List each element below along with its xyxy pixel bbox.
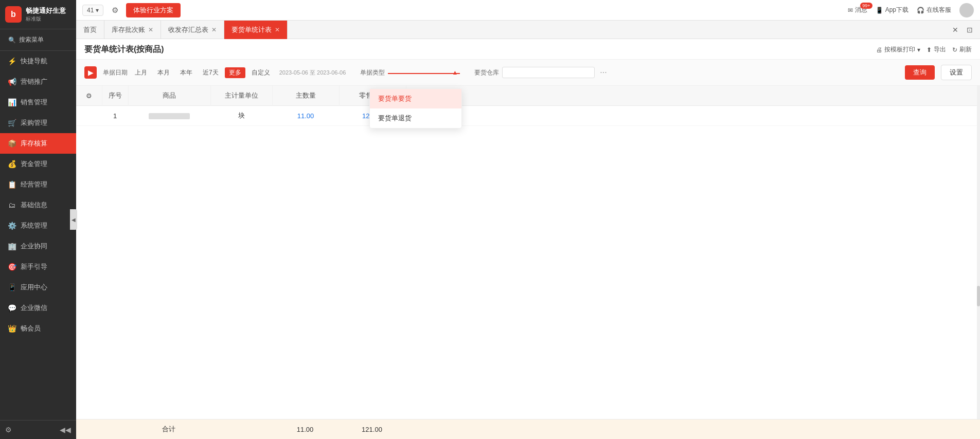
- tab-close-inventory-batch[interactable]: ✕: [148, 26, 153, 33]
- sidebar-item-inventory[interactable]: 📦 库存核算: [0, 133, 76, 154]
- guide-icon: 🎯: [7, 262, 16, 271]
- warehouse-filter-group: 要货仓库 ···: [474, 67, 899, 78]
- table-header-row: ⚙ 序号 商品 主计量单位 主数量 零售金额: [76, 86, 980, 106]
- row-qty-cell: 11.00: [272, 106, 339, 126]
- warehouse-label: 要货仓库: [474, 68, 499, 77]
- tab-close-order-stats[interactable]: ✕: [275, 26, 280, 33]
- warehouse-input[interactable]: [502, 67, 595, 78]
- wechat-icon: 💬: [7, 303, 16, 313]
- dropdown-item-return[interactable]: 要货单退货: [370, 108, 461, 128]
- sidebar-item-app-center[interactable]: 📱 应用中心: [0, 277, 76, 298]
- this-year-button[interactable]: 本年: [176, 67, 197, 78]
- purchase-icon: 🛒: [7, 118, 16, 127]
- page-actions: 🖨 按模板打印 ▾ ⬆ 导出 ↻ 刷新: [876, 45, 972, 54]
- collapse-sidebar-button[interactable]: ◀◀: [60, 426, 71, 434]
- tab-close-receive-summary[interactable]: ✕: [211, 26, 217, 33]
- filter-expand-button[interactable]: ▶: [84, 66, 97, 79]
- member-icon: 👑: [7, 324, 16, 333]
- printer-icon: 🖨: [876, 46, 882, 53]
- more-filters-button[interactable]: ···: [600, 68, 607, 77]
- inventory-icon: 📦: [7, 139, 16, 148]
- export-button[interactable]: ⬆ 导出: [926, 45, 946, 54]
- sidebar-collapse-handle[interactable]: ◀: [70, 209, 77, 230]
- tab-home[interactable]: 首页: [76, 21, 104, 39]
- sidebar-item-sales[interactable]: 📊 销售管理: [0, 92, 76, 113]
- tab-order-stats[interactable]: 要货单统计表 ✕: [224, 21, 288, 39]
- operation-icon: 📋: [7, 180, 16, 189]
- app-download-button[interactable]: 📱 App下载: [876, 6, 908, 14]
- row-settings-cell: [76, 106, 102, 126]
- table-footer: 合计 11.00 121.00: [76, 419, 980, 439]
- column-settings[interactable]: ⚙: [76, 86, 102, 106]
- vertical-scrollbar[interactable]: [977, 86, 980, 419]
- sidebar-item-basics[interactable]: 🗂 基础信息: [0, 195, 76, 215]
- sidebar-item-wechat[interactable]: 💬 企业微信: [0, 298, 76, 318]
- search-menu-button[interactable]: 🔍 搜索菜单: [5, 33, 71, 46]
- industry-plan-button[interactable]: 体验行业方案: [126, 3, 181, 17]
- footer-amount-cell: 121.00: [338, 426, 405, 433]
- table-container: ⚙ 序号 商品 主计量单位 主数量 零售金额 1: [76, 86, 980, 419]
- app-center-icon: 📱: [7, 283, 16, 292]
- sidebar-item-operation[interactable]: 📋 经营管理: [0, 174, 76, 195]
- user-avatar[interactable]: [959, 3, 974, 17]
- custom-date-button[interactable]: 自定义: [247, 67, 274, 78]
- refresh-button[interactable]: ↻ 刷新: [952, 45, 972, 54]
- this-month-button[interactable]: 本月: [153, 67, 174, 78]
- type-select[interactable]: [388, 71, 460, 74]
- dropdown-item-order[interactable]: 要货单要货: [370, 89, 461, 108]
- tab-bar: 首页 库存批次账 ✕ 收发存汇总表 ✕ 要货单统计表 ✕ ✕ ⊡: [76, 21, 980, 39]
- page-body: 要货单统计表(按商品) 🖨 按模板打印 ▾ ⬆ 导出 ↻ 刷新: [76, 39, 980, 439]
- type-label: 单据类型: [360, 68, 385, 77]
- header-settings-button[interactable]: ⚙: [108, 3, 122, 17]
- filter-settings-button[interactable]: 设置: [941, 65, 972, 80]
- sidebar-item-quick-nav[interactable]: ⚡ 快捷导航: [0, 51, 76, 71]
- tab-inventory-batch[interactable]: 库存批次账 ✕: [104, 21, 161, 39]
- chevron-right-icon: ▶: [88, 68, 94, 77]
- scrollbar-thumb[interactable]: [977, 286, 980, 306]
- last-7-days-button[interactable]: 近7天: [199, 67, 223, 78]
- sidebar-item-purchase[interactable]: 🛒 采购管理: [0, 113, 76, 133]
- settings-footer-button[interactable]: ⚙: [5, 426, 12, 434]
- main-content: 41 ▾ ⚙ 体验行业方案 ✉ 消息 99+ 📱 App下载 🎧 在线客服: [76, 0, 980, 439]
- sidebar-item-enterprise[interactable]: 🏢 企业协同: [0, 236, 76, 257]
- app-logo-icon: b: [5, 6, 22, 23]
- sidebar-item-marketing[interactable]: 📢 营销推广: [0, 71, 76, 92]
- date-filter-group: 单据日期 上月 本月 本年 近7天 更多 自定义 2023-05-06 至 20…: [103, 67, 346, 78]
- store-selector[interactable]: 41 ▾: [82, 5, 103, 16]
- tab-window-controls: ✕ ⊡: [949, 24, 980, 36]
- tab-receive-summary[interactable]: 收发存汇总表 ✕: [161, 21, 224, 39]
- sidebar-item-system[interactable]: ⚙️ 系统管理: [0, 215, 76, 236]
- column-goods: 商品: [128, 86, 210, 106]
- sidebar: b 畅捷通好生意 标准版 🔍 搜索菜单 ⚡ 快捷导航 📢 营销推广 📊 销售管理…: [0, 0, 76, 439]
- basics-icon: 🗂: [7, 200, 16, 210]
- search-icon: 🔍: [8, 36, 16, 44]
- print-template-button[interactable]: 🖨 按模板打印 ▾: [876, 45, 920, 54]
- sidebar-item-guide[interactable]: 🎯 新手引导: [0, 257, 76, 277]
- sidebar-item-member[interactable]: 👑 畅会员: [0, 318, 76, 339]
- query-button[interactable]: 查询: [905, 65, 935, 80]
- window-close-button[interactable]: ✕: [949, 24, 961, 36]
- sidebar-item-finance[interactable]: 💰 资金管理: [0, 154, 76, 174]
- row-goods-cell: [128, 106, 210, 126]
- table-body: 1 块 11.00 121.00: [76, 106, 980, 126]
- window-restore-button[interactable]: ⊡: [964, 24, 976, 36]
- row-unit-cell: 块: [210, 106, 272, 126]
- notification-button[interactable]: ✉ 消息 99+: [848, 6, 867, 14]
- type-select-wrapper: ▲: [388, 71, 460, 74]
- phone-icon: 📱: [876, 7, 883, 14]
- notification-icon: ✉: [848, 7, 853, 14]
- data-table: ⚙ 序号 商品 主计量单位 主数量 零售金额 1: [76, 86, 980, 126]
- table-settings-icon[interactable]: ⚙: [86, 92, 92, 100]
- more-dates-button[interactable]: 更多: [225, 67, 245, 78]
- sidebar-logo: b 畅捷通好生意 标准版: [0, 0, 76, 29]
- row-num-cell: 1: [102, 106, 128, 126]
- last-month-button[interactable]: 上月: [131, 67, 151, 78]
- qty-link[interactable]: 11.00: [297, 112, 314, 120]
- table-row: 1 块 11.00 121.00: [76, 106, 980, 126]
- app-name: 畅捷通好生意 标准版: [26, 7, 66, 22]
- row-extra-cell: [406, 106, 980, 126]
- date-range-display: 2023-05-06 至 2023-06-06: [279, 69, 346, 77]
- online-service-button[interactable]: 🎧 在线客服: [917, 6, 951, 14]
- enterprise-icon: 🏢: [7, 242, 16, 251]
- sidebar-search-area: 🔍 搜索菜单: [0, 29, 76, 51]
